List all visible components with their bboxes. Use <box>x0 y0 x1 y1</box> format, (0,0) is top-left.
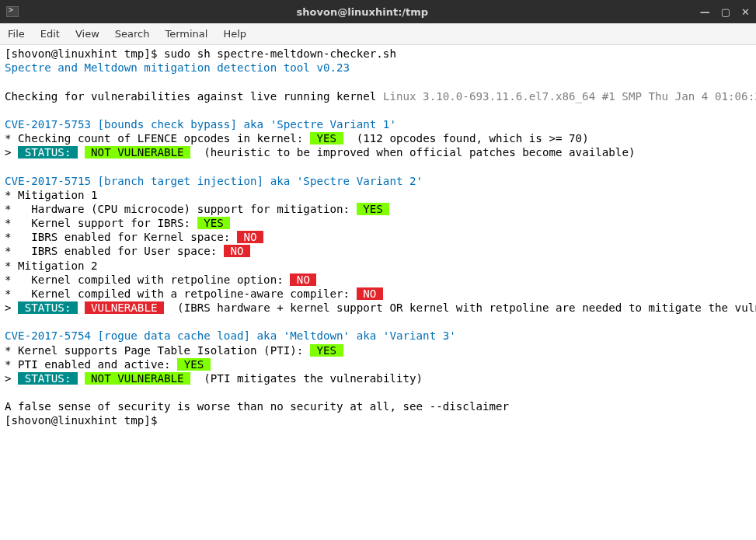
badge-no: NO <box>224 245 250 257</box>
menu-edit[interactable]: Edit <box>40 28 60 40</box>
status-label: STATUS: <box>18 146 78 159</box>
cve3-l2: * PTI enabled and active: <box>5 358 177 371</box>
badge-no: NO <box>357 287 383 300</box>
cve1-detail: (112 opcodes found, which is >= 70) <box>343 132 589 145</box>
gt: > <box>5 372 18 385</box>
cve2-title: CVE-2017-5715 [branch target injection] … <box>5 175 423 187</box>
cve2-iu: * IBRS enabled for User space: <box>5 245 224 257</box>
cve1-title: CVE-2017-5753 [bounds check bypass] aka … <box>5 118 396 131</box>
cve2-r1: * Kernel compiled with retpoline option: <box>5 273 290 286</box>
badge-yes: YES <box>197 217 231 229</box>
menu-help[interactable]: Help <box>223 28 246 40</box>
cve2-hw: * Hardware (CPU microcode) support for m… <box>5 203 357 215</box>
badge-yes: YES <box>310 132 343 145</box>
kernel-info: Linux 3.10.0-693.11.6.el7.x86_64 #1 SMP … <box>383 90 756 103</box>
badge-yes: YES <box>310 344 343 357</box>
cve2-r2: * Kernel compiled with a retpoline-aware… <box>5 287 357 300</box>
terminal-output[interactable]: [shovon@linuxhint tmp]$ sudo sh spectre-… <box>0 45 756 430</box>
close-button[interactable]: ✕ <box>741 6 750 18</box>
cve2-note: (IBRS hardware + kernel support OR kerne… <box>164 301 756 314</box>
footer-text: A false sense of security is worse than … <box>5 400 509 413</box>
cve2-mit1: * Mitigation 1 <box>5 189 98 201</box>
badge-notvuln: NOT VULNERABLE <box>85 372 191 385</box>
tool-header: Spectre and Meltdown mitigation detectio… <box>5 61 350 74</box>
cve2-ks: * Kernel support for IBRS: <box>5 217 197 229</box>
badge-no: NO <box>237 231 263 243</box>
gt: > <box>5 146 18 159</box>
prompt: [shovon@linuxhint tmp]$ <box>5 47 164 60</box>
badge-notvuln: NOT VULNERABLE <box>85 146 191 159</box>
badge-vuln: VULNERABLE <box>85 301 165 314</box>
cve1-note: (heuristic to be improved when official … <box>190 146 635 159</box>
cve2-ik: * IBRS enabled for Kernel space: <box>5 231 237 243</box>
status-label: STATUS: <box>18 301 78 314</box>
app-icon <box>6 6 25 17</box>
cve3-title: CVE-2017-5754 [rogue data cache load] ak… <box>5 329 456 342</box>
cve3-note: (PTI mitigates the vulnerability) <box>190 372 423 385</box>
cve1-check: * Checking count of LFENCE opcodes in ke… <box>5 132 310 145</box>
menu-terminal[interactable]: Terminal <box>165 28 207 40</box>
minimize-button[interactable]: — <box>700 6 710 18</box>
window-title: shovon@linuxhint:/tmp <box>25 6 700 18</box>
gt: > <box>5 301 18 314</box>
badge-no: NO <box>290 273 316 286</box>
prompt: [shovon@linuxhint tmp]$ <box>5 414 164 427</box>
maximize-button[interactable]: ▢ <box>721 6 730 18</box>
titlebar: shovon@linuxhint:/tmp — ▢ ✕ <box>0 0 756 23</box>
menu-view[interactable]: View <box>75 28 99 40</box>
badge-yes: YES <box>177 358 211 371</box>
check-text: Checking for vulnerabilities against liv… <box>5 90 383 103</box>
badge-yes: YES <box>357 203 390 215</box>
menu-file[interactable]: File <box>8 28 25 40</box>
cve3-l1: * Kernel supports Page Table Isolation (… <box>5 344 310 357</box>
cve2-mit2: * Mitigation 2 <box>5 260 98 272</box>
command: sudo sh spectre-meltdown-checker.sh <box>164 47 396 60</box>
menubar: File Edit View Search Terminal Help <box>0 23 756 45</box>
menu-search[interactable]: Search <box>115 28 150 40</box>
status-label: STATUS: <box>18 372 78 385</box>
